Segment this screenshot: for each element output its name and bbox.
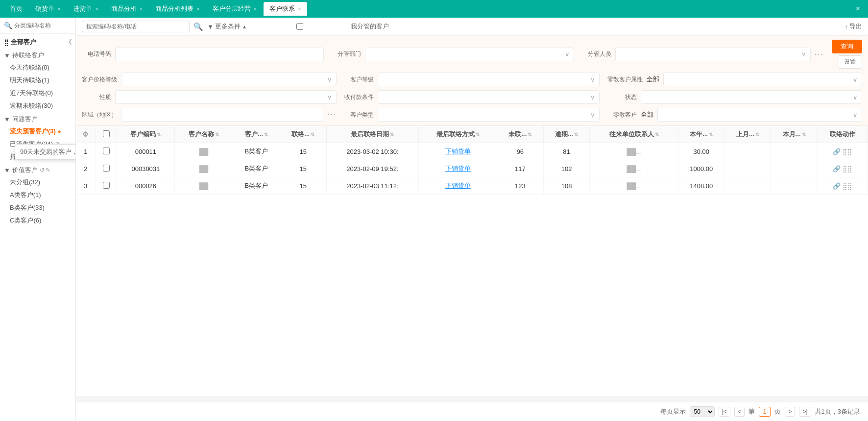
price-grade-select[interactable]: ∨ bbox=[121, 73, 337, 86]
region-select[interactable] bbox=[121, 108, 323, 122]
sidebar-group-value[interactable]: ▼ 价值客户 ↺ ✎ bbox=[0, 163, 75, 176]
my-customers-checkbox[interactable] bbox=[251, 23, 349, 30]
close-goods-list-tab[interactable]: × bbox=[196, 6, 199, 12]
all-customers-header[interactable]: ⣿ 全部客户 《 bbox=[0, 34, 75, 49]
top-nav: 首页 销货单 × 进货单 × 商品分析 × 商品分析列表 × 客户分层经营 × … bbox=[0, 0, 868, 18]
nav-tab-home[interactable]: 首页 bbox=[4, 2, 28, 16]
sidebar-search-input[interactable] bbox=[14, 22, 76, 29]
query-button[interactable]: 查询 bbox=[832, 40, 862, 53]
retail-customer-select[interactable]: ∨ bbox=[657, 108, 862, 122]
sidebar-item-class-a[interactable]: A类客户(1) bbox=[0, 189, 75, 201]
th-contacts[interactable]: 联络...⇅ bbox=[280, 126, 326, 143]
first-page-btn[interactable]: |< bbox=[719, 407, 730, 417]
row-select-1[interactable] bbox=[103, 165, 110, 172]
sidebar-item-7days[interactable]: 近7天待联络(0) bbox=[0, 87, 75, 99]
sidebar-group-problem[interactable]: ▼ 问题客户 bbox=[0, 112, 75, 125]
more-filter-btn[interactable]: ▼ 更多条件 ▲ bbox=[207, 22, 247, 31]
region-more-btn[interactable]: ··· bbox=[327, 110, 337, 119]
th-contact-person[interactable]: 往来单位联系人⇅ bbox=[590, 126, 678, 143]
value-edit-icon[interactable]: ✎ bbox=[46, 167, 50, 173]
th-checkbox[interactable] bbox=[96, 126, 117, 143]
close-sales-tab[interactable]: × bbox=[57, 6, 60, 12]
sidebar-item-class-c[interactable]: C类客户(6) bbox=[0, 214, 75, 227]
th-this-month[interactable]: 本月...⇅ bbox=[771, 126, 818, 143]
nav-tab-purchase[interactable]: 进货单 × bbox=[67, 2, 104, 16]
row-action-2[interactable]: 🔗 ⣿⣿ bbox=[818, 177, 868, 195]
contacts-sort-icon: ⇅ bbox=[311, 132, 314, 137]
th-last-method[interactable]: 最后联络方式⇅ bbox=[419, 126, 497, 143]
horizontal-scrollbar[interactable] bbox=[76, 396, 868, 402]
close-purchase-tab[interactable]: × bbox=[95, 6, 98, 12]
manager-select[interactable]: ∨ bbox=[615, 48, 811, 61]
row-last-method-0[interactable]: 下销货单 bbox=[419, 143, 497, 160]
th-contacts-label: 联络... bbox=[291, 130, 310, 139]
nav-tab-goods-analysis[interactable]: 商品分析 × bbox=[105, 2, 148, 16]
row-checkbox-0[interactable] bbox=[96, 143, 117, 160]
row-last-month-0 bbox=[724, 143, 771, 160]
row-checkbox-1[interactable] bbox=[96, 160, 117, 177]
export-button[interactable]: ↑ 导出 bbox=[845, 22, 863, 31]
collapse-btn[interactable]: 《 bbox=[66, 38, 72, 47]
row-select-2[interactable] bbox=[103, 182, 110, 189]
nav-tab-customer-contact[interactable]: 客户联系 × bbox=[264, 2, 307, 16]
th-no-contact[interactable]: 未联...⇅ bbox=[497, 126, 544, 143]
last-page-btn[interactable]: >| bbox=[799, 407, 811, 417]
sidebar-item-overdue[interactable]: 逾期未联络(30) bbox=[0, 99, 75, 112]
sidebar-item-today[interactable]: 今天待联络(0) bbox=[0, 61, 75, 74]
sidebar-group-pending[interactable]: ▼ 待联络客户 bbox=[0, 49, 75, 61]
next-page-btn[interactable]: > bbox=[785, 407, 795, 417]
value-refresh-icon[interactable]: ↺ bbox=[40, 167, 45, 173]
close-goods-analysis-tab[interactable]: × bbox=[140, 6, 143, 12]
retail-attr-select[interactable]: ∨ bbox=[663, 73, 862, 86]
search-icon[interactable]: 🔍 bbox=[193, 22, 203, 31]
th-this-year[interactable]: 本年...⇅ bbox=[678, 126, 724, 143]
overdue-sort-icon: ⇅ bbox=[574, 132, 578, 137]
sidebar-item-ungroup[interactable]: 未分组(32) bbox=[0, 176, 75, 189]
row-code-2: 000026 bbox=[117, 177, 175, 195]
sidebar-item-churn-warning[interactable]: 流失预警客户(3) ● bbox=[0, 125, 75, 138]
row-num-1: 2 bbox=[76, 160, 96, 177]
th-last-month[interactable]: 上月...⇅ bbox=[724, 126, 771, 143]
row-last-method-1[interactable]: 下销货单 bbox=[419, 160, 497, 177]
th-settings[interactable]: ⚙ bbox=[76, 126, 96, 143]
search-input[interactable] bbox=[82, 21, 190, 32]
th-type-label: 客户... bbox=[245, 130, 263, 139]
th-code[interactable]: 客户编码⇅ bbox=[117, 126, 175, 143]
table-settings-gear-icon[interactable]: ⚙ bbox=[82, 130, 89, 138]
my-customers-checkbox-area[interactable]: 我分管的客户 bbox=[251, 22, 389, 31]
nav-tab-sales[interactable]: 销货单 × bbox=[29, 2, 66, 16]
row-checkbox-2[interactable] bbox=[96, 177, 117, 195]
nav-tab-goods-list[interactable]: 商品分析列表 × bbox=[149, 2, 205, 16]
manager-more-btn[interactable]: ··· bbox=[815, 50, 824, 59]
phone-input[interactable] bbox=[115, 48, 324, 61]
th-last-date[interactable]: 最后联络日期⇅ bbox=[326, 126, 419, 143]
status-select[interactable]: ∨ bbox=[641, 90, 862, 104]
nav-tab-customer-tier[interactable]: 客户分层经营 × bbox=[207, 2, 263, 16]
prev-page-btn[interactable]: < bbox=[734, 407, 745, 417]
th-this-year-label: 本年... bbox=[690, 130, 708, 139]
th-name[interactable]: 客户名称⇅ bbox=[175, 126, 233, 143]
settings-button[interactable]: 设置 bbox=[838, 55, 862, 69]
row-last-method-2[interactable]: 下销货单 bbox=[419, 177, 497, 195]
sidebar-item-class-b[interactable]: B类客户(33) bbox=[0, 201, 75, 214]
customer-grade-select[interactable]: ∨ bbox=[378, 73, 599, 86]
manager-chevron-icon: ∨ bbox=[801, 50, 806, 58]
row-action-0[interactable]: 🔗 ⣿⣿ bbox=[818, 143, 868, 160]
customer-type-select[interactable]: ∨ bbox=[378, 108, 599, 122]
dept-select[interactable]: ∨ bbox=[365, 48, 574, 61]
close-customer-tier-tab[interactable]: × bbox=[254, 6, 257, 12]
sidebar-item-tomorrow[interactable]: 明天待联络(1) bbox=[0, 74, 75, 87]
row-action-1[interactable]: 🔗 ⣿⣿ bbox=[818, 160, 868, 177]
row-this-month-1 bbox=[771, 160, 818, 177]
select-all-checkbox[interactable] bbox=[103, 130, 110, 137]
nature-select[interactable]: ∨ bbox=[115, 90, 337, 104]
row-select-0[interactable] bbox=[103, 148, 110, 154]
payment-select[interactable]: ∨ bbox=[378, 90, 599, 104]
retail-attr-label: 零散客户属性 bbox=[607, 75, 643, 84]
close-customer-contact-tab[interactable]: × bbox=[298, 6, 301, 12]
th-type[interactable]: 客户...⇅ bbox=[233, 126, 280, 143]
filter-status: 状态 ∨ bbox=[607, 90, 862, 104]
th-overdue[interactable]: 逾期...⇅ bbox=[543, 126, 590, 143]
per-page-select[interactable]: 50 100 200 bbox=[690, 406, 715, 417]
window-close-button[interactable]: × bbox=[852, 4, 864, 13]
